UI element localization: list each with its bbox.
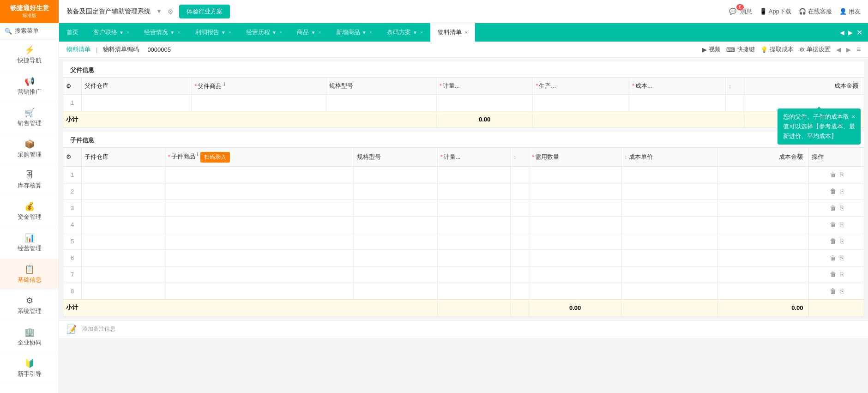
shortcut-action[interactable]: ⌨ 快捷键 <box>726 45 755 54</box>
child-cell-goods-1[interactable] <box>165 166 354 183</box>
nav-btn-left[interactable]: ◀ <box>836 46 841 53</box>
copy-icon-6[interactable]: ⎘ <box>840 254 844 261</box>
child-cell-unit-4[interactable] <box>437 216 510 233</box>
extract-cost-action[interactable]: 💡 提取成本 <box>760 45 794 54</box>
child-cell-warehouse-2[interactable] <box>82 183 165 200</box>
child-cell-spec-8[interactable] <box>354 283 438 299</box>
delete-icon-6[interactable]: 🗑 <box>830 254 836 261</box>
child-cell-warehouse-7[interactable] <box>82 266 165 283</box>
tab-operations[interactable]: 经营情况 ▼ × <box>137 23 187 42</box>
child-cell-unit-8[interactable] <box>437 283 510 299</box>
child-cell-unit-2[interactable] <box>437 183 510 200</box>
delete-icon-2[interactable]: 🗑 <box>830 187 836 195</box>
scan-button[interactable]: 扫码录入 <box>200 152 230 163</box>
tab-goods[interactable]: 商品 ▼ × <box>289 23 328 42</box>
tab-barcode[interactable]: 条码方案 ▼ × <box>380 23 430 42</box>
online-service-item[interactable]: 🎧 在线客服 <box>799 7 832 16</box>
child-cell-unitcost-6[interactable] <box>621 249 718 266</box>
trial-button[interactable]: 体验行业方案 <box>179 5 230 18</box>
child-cell-goods-7[interactable] <box>165 266 354 283</box>
tab-operations-close[interactable]: × <box>177 30 180 35</box>
child-cell-unitcost-4[interactable] <box>621 216 718 233</box>
add-note-icon[interactable]: 📝 <box>66 324 77 334</box>
child-cell-warehouse-5[interactable] <box>82 233 165 249</box>
sidebar-item-inventory[interactable]: 🗄 库存核算 <box>0 165 59 196</box>
tab-profit[interactable]: 利润报告 ▼ × <box>188 23 239 42</box>
sidebar-item-operations[interactable]: 📊 经营管理 <box>0 227 59 259</box>
tab-nav-left[interactable]: ◀ <box>838 27 846 38</box>
child-cell-unitcost-1[interactable] <box>621 166 718 183</box>
tab-profit-close[interactable]: × <box>229 30 231 35</box>
tab-new-goods[interactable]: 新增商品 ▼ × <box>329 23 380 42</box>
sidebar-item-system[interactable]: ⚙ 系统管理 <box>0 290 59 321</box>
child-cell-spec-7[interactable] <box>354 266 438 283</box>
child-cell-quantity-6[interactable] <box>529 249 621 266</box>
sidebar-item-marketing[interactable]: 📢 营销推广 <box>0 71 59 102</box>
tooltip-close-btn[interactable]: × <box>851 112 855 122</box>
child-cell-warehouse-6[interactable] <box>82 249 165 266</box>
delete-icon-5[interactable]: 🗑 <box>830 237 836 245</box>
delete-icon-7[interactable]: 🗑 <box>830 271 836 278</box>
single-settings-action[interactable]: ⚙ 单据设置 <box>799 45 831 54</box>
parent-cell-cost[interactable] <box>629 95 726 111</box>
copy-icon-8[interactable]: ⎘ <box>840 287 844 295</box>
copy-icon-5[interactable]: ⎘ <box>840 237 844 245</box>
child-cell-spec-4[interactable] <box>354 216 438 233</box>
parent-cell-spec[interactable] <box>326 95 436 111</box>
settings-icon[interactable]: ⚙ <box>168 8 174 15</box>
child-cell-quantity-5[interactable] <box>529 233 621 249</box>
child-cell-goods-8[interactable] <box>165 283 354 299</box>
child-cell-unitcost-8[interactable] <box>621 283 718 299</box>
nav-btn-right[interactable]: ▶ <box>846 46 851 53</box>
sidebar-item-finance[interactable]: 💰 资金管理 <box>0 196 59 227</box>
dropdown-arrow[interactable]: ▼ <box>156 8 162 15</box>
delete-icon-3[interactable]: 🗑 <box>830 204 836 212</box>
sidebar-item-quick-nav[interactable]: ⚡ 快捷导航 <box>0 39 59 71</box>
delete-icon-8[interactable]: 🗑 <box>830 287 836 295</box>
copy-icon-3[interactable]: ⎘ <box>840 204 844 212</box>
info-icon[interactable]: ℹ <box>223 81 225 87</box>
child-cell-quantity-4[interactable] <box>529 216 621 233</box>
child-cell-quantity-7[interactable] <box>529 266 621 283</box>
child-cell-quantity-3[interactable] <box>529 200 621 216</box>
sidebar-item-guide[interactable]: 🔰 新手引导 <box>0 353 59 384</box>
child-cell-goods-6[interactable] <box>165 249 354 266</box>
child-cell-warehouse-8[interactable] <box>82 283 165 299</box>
delete-icon-1[interactable]: 🗑 <box>830 171 836 178</box>
child-cell-spec-5[interactable] <box>354 233 438 249</box>
copy-icon-1[interactable]: ⎘ <box>840 171 844 178</box>
tab-nav-right[interactable]: ▶ <box>846 27 855 38</box>
app-download-item[interactable]: 📱 App下载 <box>760 7 791 16</box>
child-cell-goods-2[interactable] <box>165 183 354 200</box>
child-cell-spec-3[interactable] <box>354 200 438 216</box>
child-cell-unit-1[interactable] <box>437 166 510 183</box>
child-cell-spec-6[interactable] <box>354 249 438 266</box>
tab-close-all[interactable]: ✕ <box>855 26 864 39</box>
child-cell-unit-6[interactable] <box>437 249 510 266</box>
tab-home[interactable]: 首页 <box>59 23 86 42</box>
child-cell-unitcost-7[interactable] <box>621 266 718 283</box>
tab-new-goods-close[interactable]: × <box>369 30 372 35</box>
child-cell-unitcost-2[interactable] <box>621 183 718 200</box>
child-col-settings[interactable]: ⚙ <box>63 148 82 166</box>
child-cell-goods-4[interactable] <box>165 216 354 233</box>
tab-customer-close[interactable]: × <box>127 30 129 35</box>
child-cell-goods-5[interactable] <box>165 233 354 249</box>
tab-history[interactable]: 经营历程 ▼ × <box>239 23 289 42</box>
child-cell-warehouse-1[interactable] <box>82 166 165 183</box>
child-cell-unit-7[interactable] <box>437 266 510 283</box>
sidebar-item-basic-info[interactable]: 📋 基础信息 <box>0 259 59 290</box>
tab-goods-close[interactable]: × <box>318 30 321 35</box>
child-cell-unit-3[interactable] <box>437 200 510 216</box>
child-cell-goods-3[interactable] <box>165 200 354 216</box>
child-cell-warehouse-3[interactable] <box>82 200 165 216</box>
copy-icon-4[interactable]: ⎘ <box>840 221 844 228</box>
parent-col-settings[interactable]: ⚙ <box>63 78 82 95</box>
child-cell-quantity-2[interactable] <box>529 183 621 200</box>
delete-icon-4[interactable]: 🗑 <box>830 221 836 228</box>
tab-bom[interactable]: 物料清单 × <box>430 23 475 42</box>
copy-icon-2[interactable]: ⎘ <box>840 187 844 195</box>
child-cell-spec-1[interactable] <box>354 166 438 183</box>
sidebar-item-enterprise[interactable]: 🏢 企业协同 <box>0 321 59 353</box>
parent-cell-goods[interactable] <box>192 95 326 111</box>
